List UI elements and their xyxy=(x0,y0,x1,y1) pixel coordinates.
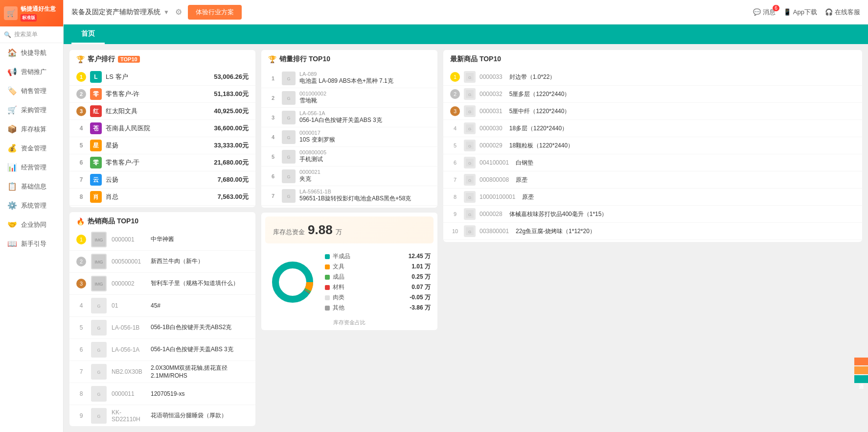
sales-code-6: LA-59651-1B xyxy=(299,189,411,194)
rank-item-1: 2 零 零售客户-许 51,183.00元 xyxy=(69,86,255,103)
legend-dot-5 xyxy=(325,306,330,311)
new-products-list: 1 G 0000033 封边带（1.0*22） 2 G 0000032 5厘多层… xyxy=(443,67,862,242)
hot-img-7: G xyxy=(91,386,107,402)
sales-item-0: 1 G LA-089 电池盖 LA-089 ABS本色+黑种 7.1克 xyxy=(261,69,437,88)
svg-text:G: G xyxy=(287,96,290,101)
legend-dot-3 xyxy=(325,285,330,290)
service-community-btn[interactable]: 服务社区 xyxy=(854,366,868,374)
svg-text:G: G xyxy=(468,213,471,217)
new-item-3: 4 G 0000030 18多层（1220*2440） xyxy=(443,120,862,137)
service-hotline-btn[interactable]: 客服热线 xyxy=(854,358,868,365)
new-name-9: 22g鱼豆腐-烧烤味（1*12*20） xyxy=(516,227,595,236)
sales-info-5: 0000021 夹克 xyxy=(299,169,320,183)
legend-dot-2 xyxy=(325,275,330,280)
sales-name-6: 59651-1B旋转投影灯电池盒ABS黑色+58克 xyxy=(299,194,411,203)
sidebar-item-nav10[interactable]: 📖 新手引导 xyxy=(0,234,63,253)
rank-name-5: 零售客户-于 xyxy=(106,158,210,167)
sales-item-3: 4 G 0000017 10S 变刺罗猴 xyxy=(261,127,437,147)
notifications-btn[interactable]: 💬 消息 6 xyxy=(753,8,776,17)
sales-rank-6: 7 xyxy=(268,191,278,201)
sales-thumb-0: G xyxy=(282,72,296,85)
content-area: 🏆 客户排行 TOP10 1 L LS 客户 53,006.26元 2 零 零售… xyxy=(64,44,868,432)
legend-item-4: 肉类 -0.05 万 xyxy=(325,292,431,303)
app-download-btn[interactable]: 📱 App下载 xyxy=(783,8,817,17)
customer-ranking-header: 🏆 客户排行 TOP10 xyxy=(69,50,255,67)
svg-text:G: G xyxy=(468,75,471,80)
sidebar-item-nav4[interactable]: 📦 库存核算 xyxy=(0,120,63,139)
hot-rank-8: 9 xyxy=(76,412,86,419)
sidebar-item-label-0: 快捷导航 xyxy=(21,48,46,57)
svg-text:G: G xyxy=(97,414,100,419)
rank-name-3: 苍南县人民医院 xyxy=(106,124,210,133)
sidebar-item-label-6: 经营管理 xyxy=(21,163,46,172)
sidebar-item-nav0[interactable]: 🏠 快捷导航 xyxy=(0,43,63,62)
svg-text:G: G xyxy=(468,195,471,200)
inventory-label: 库存总资金 xyxy=(273,228,305,237)
tab-bar: 首页 xyxy=(64,24,868,44)
rank-avatar-0: L xyxy=(90,71,102,83)
online-service-label: 在线客服 xyxy=(835,8,860,17)
hot-img-3: G xyxy=(91,298,107,313)
hot-img-8: G xyxy=(91,408,107,424)
hot-item-8: 9 G KK-SD22110H 花语萌恒温分腿睡袋（厚款） xyxy=(69,405,255,426)
sidebar-item-nav3[interactable]: 🛒 采购管理 xyxy=(0,100,63,120)
sales-thumb-2: G xyxy=(282,111,296,124)
phone-icon: 📱 xyxy=(783,8,791,16)
sales-name-1: 雪地靴 xyxy=(299,96,326,105)
sidebar-item-nav5[interactable]: 💰 资金管理 xyxy=(0,139,63,158)
new-item-8: 9 G 0000028 体械嘉枝味苏打饮品400毫升（1*15） xyxy=(443,206,862,223)
new-thumb-6: G xyxy=(464,174,476,186)
sales-thumb-5: G xyxy=(282,169,296,183)
legend-dot-1 xyxy=(325,264,330,269)
hot-item-5: 6 G LA-056-1A 056-1A白色按键开关盖ABS 3克 xyxy=(69,339,255,361)
legend-label-5: 其他 xyxy=(333,304,407,312)
service-live-btn[interactable]: 直播 xyxy=(854,375,868,383)
sales-info-3: 0000017 10S 变刺罗猴 xyxy=(299,130,335,144)
hot-name-7: 12070519-xs xyxy=(151,390,249,397)
new-item-4: 5 G 0000029 18颗粒板（1220*2440） xyxy=(443,137,862,154)
svg-point-33 xyxy=(275,265,310,299)
sidebar-item-nav1[interactable]: 📢 营销推广 xyxy=(0,62,63,81)
nav-icon-10: 📖 xyxy=(7,239,17,248)
svg-text:IMG: IMG xyxy=(95,238,103,242)
sales-thumb-6: G xyxy=(282,189,296,203)
rank-item-7: 8 肖 肖总 7,563.00元 xyxy=(69,189,255,206)
hot-name-8: 花语萌恒温分腿睡袋（厚款） xyxy=(151,411,249,420)
sidebar-item-nav6[interactable]: 📊 经营管理 xyxy=(0,158,63,177)
new-name-5: 白钢垫 xyxy=(516,159,533,167)
new-rank-8: 9 xyxy=(450,209,460,219)
legend-dot-0 xyxy=(325,254,330,259)
tab-home[interactable]: 首页 xyxy=(71,24,105,44)
nav-icon-7: 📋 xyxy=(7,182,17,191)
new-name-0: 封边带（1.0*22） xyxy=(509,73,556,81)
sidebar-item-label-2: 销售管理 xyxy=(21,87,46,96)
gear-icon[interactable]: ⚙ xyxy=(175,7,182,17)
new-rank-5: 6 xyxy=(450,158,460,168)
hot-name-6: 2.0X30MM双搓花轴,搓花直径2.1MM/ROHS xyxy=(151,364,249,379)
sidebar-logo: 🛒 畅捷通好生意 标准版 xyxy=(0,0,63,26)
sidebar-item-nav9[interactable]: 🤝 企业协同 xyxy=(0,215,63,234)
svg-text:G: G xyxy=(97,326,100,331)
sidebar-item-nav2[interactable]: 🏷️ 销售管理 xyxy=(0,81,63,100)
search-icon: 🔍 xyxy=(4,31,11,38)
hot-item-7: 8 G 0000011 12070519-xs xyxy=(69,383,255,405)
hot-item-6: 7 G NB2.0X30B 2.0X30MM双搓花轴,搓花直径2.1MM/ROH… xyxy=(69,361,255,383)
header: 装备及固定资产辅助管理系统 ▼ ⚙ 体验行业方案 💬 消息 6 📱 App下载 … xyxy=(64,0,868,24)
sales-trophy-icon: 🏆 xyxy=(268,55,276,63)
svg-text:G: G xyxy=(287,194,290,199)
sidebar-item-nav7[interactable]: 📋 基础信息 xyxy=(0,177,63,196)
sidebar-search[interactable]: 🔍 搜索菜单 xyxy=(0,26,63,43)
inventory-legend: 半成品 12.45 万 文具 1.01 万 成品 0.25 万 材料 0.07 … xyxy=(325,251,431,313)
trial-button[interactable]: 体验行业方案 xyxy=(188,5,242,20)
sales-code-0: LA-089 xyxy=(299,71,393,77)
search-menu-btn[interactable]: 🔍 搜索菜单 xyxy=(4,30,59,39)
online-service-btn[interactable]: 🎧 在线客服 xyxy=(825,8,860,17)
hot-code-5: LA-056-1A xyxy=(112,346,146,353)
sidebar: 🛒 畅捷通好生意 标准版 🔍 搜索菜单 🏠 快捷导航 📢 营销推广 🏷️ 销售管… xyxy=(0,0,64,432)
sales-item-2: 3 G LA-056-1A 056-1A白色按键开关盖ABS 3克 xyxy=(261,108,437,127)
new-item-2: 3 G 0000031 5厘中纤（1220*2440） xyxy=(443,103,862,120)
new-code-1: 0000032 xyxy=(480,91,503,97)
sidebar-item-nav8[interactable]: ⚙️ 系统管理 xyxy=(0,196,63,215)
hot-img-2: IMG xyxy=(91,276,107,291)
svg-text:G: G xyxy=(468,161,471,166)
